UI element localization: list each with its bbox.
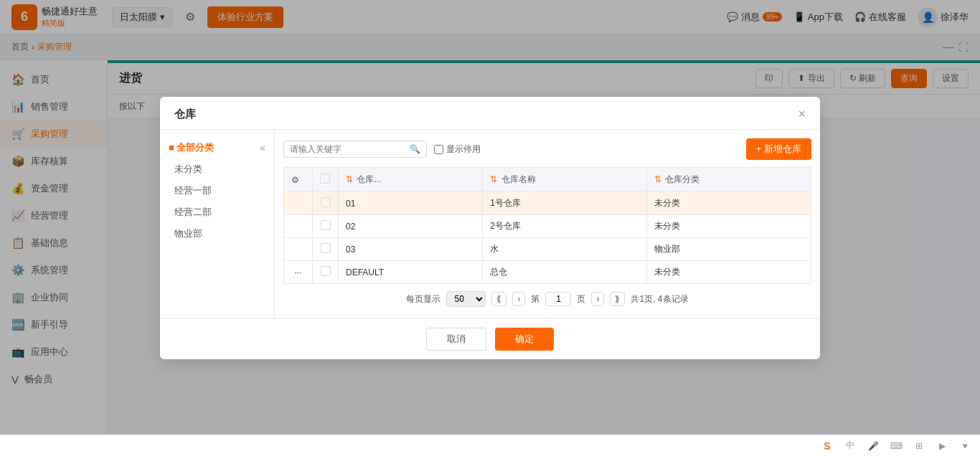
sort-icon-name: ⇅ bbox=[490, 174, 497, 184]
row-name-2: 2号仓库 bbox=[483, 215, 647, 238]
modal-footer: 取消 确定 bbox=[160, 318, 820, 359]
confirm-button[interactable]: 确定 bbox=[495, 328, 554, 351]
sort-icon-code: ⇅ bbox=[346, 174, 353, 184]
row-category-3: 物业部 bbox=[647, 238, 811, 261]
row-name-3: 水 bbox=[483, 238, 647, 261]
total-info: 共1页, 4条记录 bbox=[631, 293, 688, 305]
row-settings-2 bbox=[284, 215, 313, 238]
row-code-1: 01 bbox=[339, 192, 483, 215]
row-check-4[interactable] bbox=[313, 261, 339, 284]
tree-header: ■ 全部分类 « bbox=[160, 137, 274, 158]
warehouse-table: ⚙ ⇅ 仓库... ⇅ 仓库名称 bbox=[283, 167, 811, 284]
tree-item-property[interactable]: 物业部 bbox=[160, 223, 274, 244]
row-settings-3 bbox=[284, 238, 313, 261]
page-number-input[interactable] bbox=[545, 292, 571, 306]
tree-item-dept1[interactable]: 经营一部 bbox=[160, 180, 274, 201]
tree-item-dept2[interactable]: 经营二部 bbox=[160, 201, 274, 223]
row-check-3[interactable] bbox=[313, 238, 339, 261]
per-page-select[interactable]: 50 10 20 100 bbox=[446, 291, 486, 307]
show-disabled-checkbox[interactable] bbox=[434, 145, 443, 154]
warehouse-modal: 仓库 × ■ 全部分类 « 未分类 经营一部 经营二部 bbox=[160, 97, 820, 359]
table-row[interactable]: 02 2号仓库 未分类 bbox=[284, 215, 811, 238]
play-icon[interactable]: ▶ bbox=[934, 438, 950, 454]
ime-icon[interactable]: 中 bbox=[842, 438, 858, 454]
table-row[interactable]: ··· DEFAULT 总仓 未分类 bbox=[284, 261, 811, 284]
search-field[interactable]: 🔍 bbox=[283, 141, 427, 158]
table-head: ⚙ ⇅ 仓库... ⇅ 仓库名称 bbox=[284, 168, 811, 192]
keyboard-icon[interactable]: ⌨ bbox=[888, 438, 904, 454]
grid-icon[interactable]: ⊞ bbox=[911, 438, 927, 454]
table-row[interactable]: 01 1号仓库 未分类 bbox=[284, 192, 811, 215]
row-check-1[interactable] bbox=[313, 192, 339, 215]
last-page-btn[interactable]: ⟫ bbox=[610, 292, 625, 306]
statusbar: S 中 🎤 ⌨ ⊞ ▶ ♥ bbox=[0, 434, 980, 456]
th-category[interactable]: ⇅ 仓库分类 bbox=[647, 168, 811, 192]
th-code[interactable]: ⇅ 仓库... bbox=[339, 168, 483, 192]
row-name-4: 总仓 bbox=[483, 261, 647, 284]
search-input[interactable] bbox=[290, 144, 407, 154]
add-warehouse-button[interactable]: + 新增仓库 bbox=[746, 138, 811, 160]
prev-page-btn[interactable]: ‹ bbox=[512, 292, 525, 306]
row-category-2: 未分类 bbox=[647, 215, 811, 238]
all-categories[interactable]: ■ 全部分类 bbox=[169, 141, 214, 154]
show-disabled-label[interactable]: 显示停用 bbox=[434, 143, 481, 156]
search-icon: 🔍 bbox=[410, 144, 420, 154]
modal-overlay: 仓库 × ■ 全部分类 « 未分类 经营一部 经营二部 bbox=[0, 0, 980, 456]
th-check bbox=[313, 168, 339, 192]
first-page-btn[interactable]: ⟪ bbox=[491, 292, 507, 306]
collapse-icon[interactable]: « bbox=[260, 142, 265, 153]
row-name-1: 1号仓库 bbox=[483, 192, 647, 215]
modal-header: 仓库 × bbox=[160, 97, 820, 130]
row-code-3: 03 bbox=[339, 238, 483, 261]
th-settings: ⚙ bbox=[284, 168, 313, 192]
table-toolbar: 🔍 显示停用 + 新增仓库 bbox=[283, 138, 811, 160]
page-label-pre: 第 bbox=[531, 293, 540, 305]
cancel-button[interactable]: 取消 bbox=[426, 328, 486, 351]
close-icon[interactable]: × bbox=[798, 107, 806, 122]
row-category-4: 未分类 bbox=[647, 261, 811, 284]
row-settings-4: ··· bbox=[284, 261, 313, 284]
table-area: 🔍 显示停用 + 新增仓库 ⚙ bbox=[275, 130, 820, 318]
select-all-checkbox[interactable] bbox=[320, 174, 330, 184]
row-check-2[interactable] bbox=[313, 215, 339, 238]
page-label-post: 页 bbox=[577, 293, 585, 305]
row-category-1: 未分类 bbox=[647, 192, 811, 215]
row-settings-1 bbox=[284, 192, 313, 215]
pagination: 每页显示 50 10 20 100 ⟪ ‹ 第 页 › ⟫ 共1页, 4条记录 bbox=[283, 284, 811, 310]
heart-icon[interactable]: ♥ bbox=[957, 438, 973, 454]
next-page-btn[interactable]: › bbox=[591, 292, 604, 306]
category-tree: ■ 全部分类 « 未分类 经营一部 经营二部 物业部 bbox=[160, 130, 275, 318]
tree-item-uncategorized[interactable]: 未分类 bbox=[160, 158, 274, 180]
sort-icon-category: ⇅ bbox=[654, 174, 661, 184]
modal-body: ■ 全部分类 « 未分类 经营一部 经营二部 物业部 bbox=[160, 130, 820, 318]
mic-icon[interactable]: 🎤 bbox=[865, 438, 881, 454]
table-body: 01 1号仓库 未分类 02 2号仓库 未分类 bbox=[284, 192, 811, 284]
table-wrapper: ⚙ ⇅ 仓库... ⇅ 仓库名称 bbox=[283, 167, 811, 284]
row-code-2: 02 bbox=[339, 215, 483, 238]
table-row[interactable]: 03 水 物业部 bbox=[284, 238, 811, 261]
th-name[interactable]: ⇅ 仓库名称 bbox=[483, 168, 647, 192]
modal-title: 仓库 bbox=[174, 108, 196, 121]
row-code-4: DEFAULT bbox=[339, 261, 483, 284]
brand-icon[interactable]: S bbox=[819, 438, 835, 454]
